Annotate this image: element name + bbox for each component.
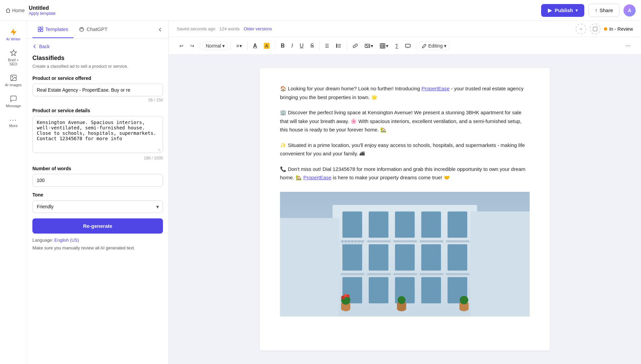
align-chevron-icon: ▾	[240, 43, 242, 49]
propertease-link-1[interactable]: PropertEase	[421, 86, 449, 91]
doc-info: Untitled Apply template	[29, 5, 55, 16]
svg-rect-31	[342, 244, 362, 270]
svg-text:3: 3	[336, 46, 337, 48]
undo-button[interactable]: ↩	[177, 41, 186, 51]
paragraph-3: ✨ Situated in a prime location, you'll e…	[280, 141, 530, 158]
more-options-button[interactable]: ⋯	[623, 41, 633, 51]
publish-button[interactable]: ▶ Publish ▾	[541, 4, 584, 17]
tab-chatgpt[interactable]: ChatGPT	[74, 21, 113, 38]
tone-label: Tone	[32, 192, 163, 198]
tone-select-wrapper: FriendlyProfessionalCasualFormal ▾	[32, 200, 163, 213]
apply-template-link[interactable]: Apply template	[29, 11, 55, 16]
sidebar-item-brief-seo[interactable]: Brief + SEO	[2, 46, 25, 69]
svg-rect-28	[395, 211, 415, 238]
text-color-button[interactable]: A	[250, 41, 260, 51]
svg-rect-34	[421, 244, 441, 270]
svg-rect-6	[41, 30, 43, 32]
tab-templates[interactable]: Templates	[32, 21, 74, 38]
highlight-icon: A	[264, 43, 270, 49]
svg-rect-27	[369, 211, 388, 238]
words-input[interactable]	[32, 174, 163, 187]
align-button[interactable]: ≡▾	[233, 41, 245, 51]
sidebar-item-ai-images[interactable]: AI Images	[2, 71, 25, 90]
math-button[interactable]: ∑	[392, 41, 401, 51]
main-layout: AI Writer Brief + SEO AI Images Message …	[0, 21, 641, 364]
svg-rect-25	[471, 211, 530, 316]
svg-rect-30	[448, 211, 467, 238]
tone-select[interactable]: FriendlyProfessionalCasualFormal	[32, 200, 163, 213]
svg-rect-33	[395, 244, 415, 270]
image-chevron-icon: ▾	[371, 43, 373, 49]
italic-button[interactable]: I	[289, 41, 296, 51]
editing-mode-selector[interactable]: Editing ▾	[419, 41, 449, 50]
separator-3	[247, 42, 248, 50]
bold-button[interactable]: B	[278, 41, 287, 51]
older-versions-link[interactable]: Older versions	[244, 26, 272, 31]
svg-rect-56	[420, 273, 443, 275]
language-link[interactable]: English (US)	[54, 238, 79, 243]
share-icon: ↑	[595, 7, 597, 13]
style-select[interactable]: Normal ▾	[203, 41, 228, 50]
svg-rect-55	[393, 273, 417, 275]
svg-rect-39	[421, 277, 441, 303]
separator-7	[416, 42, 416, 50]
share-button[interactable]: ↑ Share	[588, 4, 619, 17]
avatar[interactable]: A	[623, 4, 636, 17]
sidebar-item-ai-writer[interactable]: AI Writer	[2, 25, 25, 44]
regenerate-button[interactable]: Re-generate	[32, 218, 163, 234]
details-textarea[interactable]: Kensington Avenue. Spacious interiors, w…	[32, 116, 163, 153]
svg-rect-42	[367, 240, 391, 242]
svg-point-16	[366, 45, 367, 46]
svg-rect-54	[367, 273, 391, 275]
details-label: Product or service details	[32, 108, 163, 113]
toolbar-right: ⋯	[623, 41, 633, 51]
product-label: Product or service offered	[32, 75, 163, 81]
building-illustration	[280, 190, 530, 318]
panel-collapse-button[interactable]	[157, 21, 163, 38]
svg-rect-29	[421, 211, 441, 238]
svg-rect-5	[38, 30, 40, 32]
word-count: 124 words	[219, 26, 240, 31]
ai-disclaimer: Make sure you manually review all AI gen…	[32, 245, 163, 250]
home-button[interactable]: Home	[5, 8, 25, 13]
paragraph-4: 📞 Don't miss out! Dial 12345678 for more…	[280, 165, 530, 182]
doc-title: Untitled	[29, 5, 55, 11]
redo-button[interactable]: ↪	[188, 41, 197, 51]
section-title: Classifieds	[32, 55, 163, 62]
panel-content: Back Classifieds Create a classified ad …	[27, 38, 168, 364]
numbered-list-button[interactable]: 1 2 3	[333, 41, 344, 51]
editor-meta: Saved seconds ago 124 words Older versio…	[177, 26, 272, 31]
svg-point-2	[12, 76, 13, 77]
product-input[interactable]	[32, 84, 163, 96]
svg-rect-26	[342, 211, 362, 238]
comment-button[interactable]	[402, 41, 413, 51]
svg-point-63	[398, 296, 406, 304]
svg-rect-8	[593, 27, 597, 31]
bullet-list-button[interactable]: ☰	[322, 41, 332, 51]
sidebar-item-more[interactable]: ··· More	[2, 113, 25, 131]
text-color-icon: A	[253, 43, 257, 49]
svg-rect-24	[280, 218, 339, 316]
sidebar-item-message[interactable]: Message	[2, 92, 25, 111]
back-link[interactable]: Back	[32, 44, 163, 49]
section-desc: Create a classified ad to sell a product…	[32, 64, 163, 69]
resize-icon: ⤡	[158, 148, 161, 152]
separator-2	[230, 42, 231, 50]
details-char-count: 188 / 1000	[32, 156, 163, 160]
highlight-button[interactable]: A	[261, 41, 272, 51]
underline-button[interactable]: U	[297, 41, 306, 51]
propertease-link-2[interactable]: PropertEase	[303, 175, 331, 180]
svg-rect-4	[41, 27, 43, 29]
svg-marker-0	[10, 50, 16, 56]
panel-tabs: Templates ChatGPT	[27, 21, 168, 38]
table-button[interactable]: ▾	[377, 41, 391, 51]
saved-text: Saved seconds ago	[177, 26, 215, 31]
strikethrough-button[interactable]: S	[308, 41, 317, 51]
svg-rect-35	[448, 244, 467, 270]
status-dot	[604, 27, 607, 31]
topbar-left: Home Untitled Apply template	[5, 5, 56, 16]
image-button[interactable]: ▾	[362, 41, 376, 51]
svg-point-69	[344, 294, 347, 297]
separator-4	[275, 42, 275, 50]
link-button[interactable]	[350, 41, 361, 51]
